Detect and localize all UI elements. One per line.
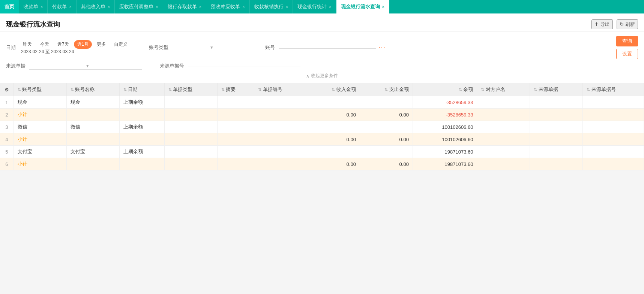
cell-doc-type [164,121,217,133]
cell-account-name: 支付宝 [66,146,119,158]
date-btn-yesterday[interactable]: 昨天 [20,40,35,49]
cell-doc-no [254,96,307,109]
filter-area: 日期 昨天 今天 近7天 近1月 更多 自定义 2023-02-24 至 202… [0,31,644,83]
close-tab-0-icon[interactable]: × [41,4,43,9]
cell-index: 4 [0,133,14,146]
account-filter-group: 账号 ··· [265,44,386,51]
date-btn-7days[interactable]: 近7天 [54,40,72,49]
cell-source-doc-no [583,109,644,121]
cell-index: 6 [0,158,14,170]
cell-account-type: 小计 [14,158,66,170]
source-doc-no-label: 来源单据号 [160,63,184,69]
th-account-name: ⇅ 账号名称 [66,83,119,96]
nav-home[interactable]: 首页 [0,0,19,13]
cell-index: 2 [0,109,14,121]
th-expense: ⇅ 支出金额 [360,83,413,96]
cell-income: 0.00 [307,133,360,146]
cell-doc-no [254,121,307,133]
source-doc-select[interactable]: ▾ [29,62,142,70]
source-doc-chevron-icon: ▾ [86,63,140,69]
date-btn-today[interactable]: 今天 [37,40,53,49]
cell-doc-no [254,158,307,170]
page-header: 现金银行流水查询 ⬆ 导出 ↻ 刷新 [0,13,644,31]
cell-index: 5 [0,146,14,158]
date-filter-label: 日期 [6,44,16,51]
date-btn-more[interactable]: 更多 [93,40,109,49]
cell-date: 上期余额 [119,146,164,158]
filter-row-1: 日期 昨天 今天 近7天 近1月 更多 自定义 2023-02-24 至 202… [6,36,638,59]
cell-balance: 19871073.60 [413,158,477,170]
cell-account-type: 支付宝 [14,146,66,158]
th-income: ⇅ 收入金额 [307,83,360,96]
filter-row-2: 来源单据 ▾ 来源单据号 [6,62,638,70]
nav-tab-4[interactable]: 银行存取款单 × [163,0,206,13]
date-btn-custom[interactable]: 自定义 [111,40,131,49]
collapse-bar[interactable]: ∧ 收起更多条件 [6,73,638,79]
cell-account-name: 现金 [66,96,119,109]
account-ellipsis-icon[interactable]: ··· [378,44,386,51]
page-title: 现金银行流水查询 [6,20,60,29]
nav-tab-2[interactable]: 其他收入单 × [77,0,115,13]
close-tab-7-icon[interactable]: × [329,4,331,9]
cell-source-doc [530,96,583,109]
th-settings[interactable]: ⚙ [0,83,14,96]
account-input[interactable] [279,47,376,49]
nav-tab-1[interactable]: 付款单 × [48,0,76,13]
cell-summary [217,109,254,121]
cell-account-type: 小计 [14,109,66,121]
cell-source-doc [530,121,583,133]
cell-summary [217,146,254,158]
export-button[interactable]: ⬆ 导出 [591,19,613,29]
nav-tab-0[interactable]: 收款单 × [19,0,48,13]
cell-counterparty [477,109,530,121]
nav-tab-8[interactable]: 现金银行流水查询 × [336,0,389,13]
close-tab-4-icon[interactable]: × [199,4,201,9]
th-counterparty-sort-icon: ⇅ [481,87,484,92]
table-row: 1 现金 现金 上期余额 -3528659.33 [0,96,644,109]
table-header-row: ⚙ ⇅ 账号类型 ⇅ 账号名称 ⇅ 日期 ⇅ 单据类型 [0,83,644,96]
close-tab-1-icon[interactable]: × [69,4,71,9]
settings-button[interactable]: 设置 [616,49,638,59]
nav-tab-7[interactable]: 现金银行统计 × [293,0,336,13]
cell-expense [360,96,413,109]
nav-tab-5[interactable]: 预收冲应收单 × [206,0,249,13]
cell-balance: 19871073.60 [413,146,477,158]
cell-doc-type [164,158,217,170]
th-doc-type-sort-icon: ⇅ [168,87,172,92]
cell-doc-type [164,109,217,121]
cell-balance: 100102606.60 [413,121,477,133]
account-type-label: 账号类型 [149,44,168,51]
th-account-type: ⇅ 账号类型 [14,83,66,96]
th-date-sort-icon: ⇅ [123,87,127,92]
account-type-chevron-icon: ▾ [210,45,246,50]
table-area: ⚙ ⇅ 账号类型 ⇅ 账号名称 ⇅ 日期 ⇅ 单据类型 [0,83,644,170]
table-row: 3 微信 微信 上期余额 100102606.60 [0,121,644,133]
cell-date [119,109,164,121]
nav-tab-3[interactable]: 应收应付调整单 × [115,0,163,13]
nav-tab-6[interactable]: 收款核销执行 × [250,0,293,13]
cell-account-name: 微信 [66,121,119,133]
cell-source-doc-no [583,96,644,109]
gear-icon[interactable]: ⚙ [5,87,9,93]
source-doc-no-input[interactable] [188,65,300,67]
close-tab-8-icon[interactable]: × [382,4,384,9]
th-doc-no: ⇅ 单据编号 [254,83,307,96]
close-tab-3-icon[interactable]: × [156,4,158,9]
cell-source-doc-no [583,158,644,170]
close-tab-2-icon[interactable]: × [108,4,110,9]
cell-summary [217,158,254,170]
source-doc-no-filter-group: 来源单据号 [160,63,300,69]
cell-income [307,146,360,158]
table-row: 5 支付宝 支付宝 上期余额 19871073.60 [0,146,644,158]
cell-expense: 0.00 [360,158,413,170]
close-tab-6-icon[interactable]: × [286,4,288,9]
query-button[interactable]: 查询 [616,36,638,46]
date-btn-1month[interactable]: 近1月 [74,40,92,49]
export-icon: ⬆ [594,21,599,27]
cell-date: 上期余额 [119,121,164,133]
cell-expense: 0.00 [360,133,413,146]
account-type-filter-group: 账号类型 ▾ [149,44,247,51]
close-tab-5-icon[interactable]: × [242,4,245,9]
account-type-select[interactable]: ▾ [172,44,247,51]
refresh-button[interactable]: ↻ 刷新 [617,19,638,29]
